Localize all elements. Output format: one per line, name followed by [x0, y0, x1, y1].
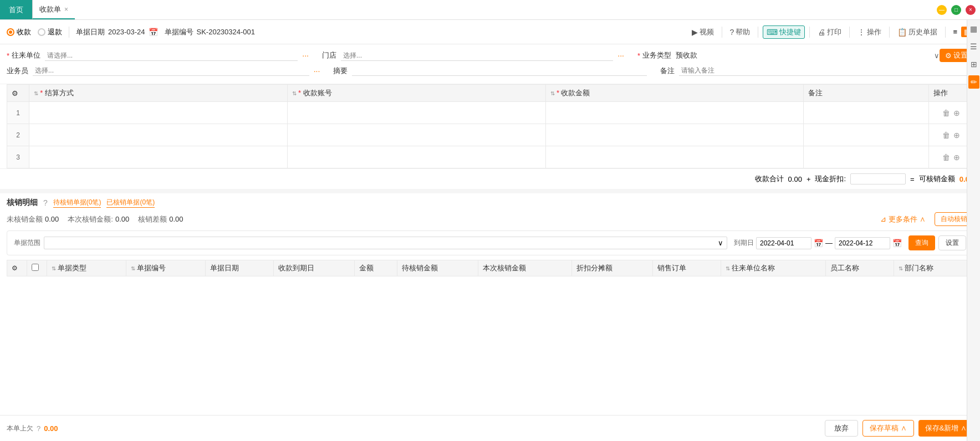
date-calendar-icon[interactable]: 📅: [149, 28, 158, 37]
filter-range-arrow: ∨: [718, 239, 723, 247]
col-amount-label: 收款金额: [561, 89, 590, 97]
party-more-icon[interactable]: ···: [302, 51, 309, 60]
filter-row: 单据范围 ∨ 到期日 📅 — 📅 查询 设置: [7, 230, 973, 255]
row-3-account[interactable]: [287, 146, 545, 168]
row-1-remark[interactable]: [804, 102, 929, 124]
row-2-remark[interactable]: [804, 124, 929, 146]
stat-uncancelled: 未核销金额 0.00: [7, 214, 59, 224]
row-2-account[interactable]: [287, 124, 545, 146]
summary-input[interactable]: [352, 65, 646, 76]
row-3-copy-icon[interactable]: ⊕: [953, 153, 960, 162]
col-settings[interactable]: ⚙: [7, 85, 29, 102]
radio-label-shoukuan: 收款: [17, 27, 31, 37]
video-button[interactable]: ▶ 视频: [688, 26, 717, 38]
radio-tuikuan[interactable]: 退款: [38, 27, 62, 37]
set-button[interactable]: 设置: [938, 235, 966, 250]
shortcut-button[interactable]: ⌨ 快捷键: [763, 25, 805, 39]
nav-home[interactable]: 首页: [0, 0, 32, 19]
col-doc-type: ⇅ 单据类型: [47, 260, 126, 276]
tab-pending[interactable]: 待核销单据(0笔): [53, 198, 101, 208]
filter-range-field: 单据范围 ∨: [14, 237, 727, 249]
total-label: 收款合计: [755, 174, 784, 184]
biz-type-arrow[interactable]: ∨: [934, 52, 940, 60]
settings-icon: ⚙: [12, 89, 18, 98]
remark-input[interactable]: [679, 65, 973, 76]
actions-label: 操作: [867, 27, 881, 37]
radio-shoukuan[interactable]: 收款: [7, 27, 31, 37]
row-1-settle[interactable]: [29, 102, 288, 124]
col-current: 本次核销金额: [478, 260, 571, 276]
number-label: 单据编号: [165, 27, 193, 37]
filter-date-to[interactable]: [835, 237, 890, 249]
col-action-label: 操作: [933, 89, 948, 97]
party-input[interactable]: [45, 50, 298, 61]
row-1-delete-icon[interactable]: 🗑: [942, 109, 950, 117]
sidebar-list-icon[interactable]: ☰: [968, 40, 979, 53]
toolbar-separator-6: [889, 27, 890, 38]
nav-tab-close[interactable]: ×: [64, 6, 68, 13]
history-button[interactable]: 📋 历史单据: [894, 26, 941, 38]
print-button[interactable]: 🖨 打印: [814, 26, 845, 38]
footer-buttons: 放弃 保存草稿 ∧ 保存&新增 ∧: [825, 420, 973, 437]
date-from-calendar-icon[interactable]: 📅: [814, 239, 823, 248]
row-1-copy-icon[interactable]: ⊕: [953, 109, 960, 117]
row-3-remark[interactable]: [804, 146, 929, 168]
shop-field: 门店 ···: [322, 50, 624, 61]
abandon-button[interactable]: 放弃: [825, 420, 858, 437]
discount-input[interactable]: [850, 173, 906, 184]
col-remark-label: 备注: [808, 89, 823, 97]
win-close-button[interactable]: ×: [966, 5, 976, 15]
win-max-button[interactable]: □: [951, 5, 961, 15]
select-all-checkbox[interactable]: [32, 264, 39, 271]
save-new-button[interactable]: 保存&新增 ∧: [918, 420, 973, 437]
row-1-account[interactable]: [287, 102, 545, 124]
row-2-settle[interactable]: [29, 124, 288, 146]
col-dept: ⇅ 部门名称: [894, 260, 973, 276]
party-required-star: *: [7, 52, 9, 60]
tab-done[interactable]: 已核销单据(0笔): [106, 198, 155, 208]
shop-input[interactable]: [341, 50, 613, 61]
toolbar-separator-2: [722, 27, 722, 38]
sidebar-edit-icon[interactable]: ✏: [968, 75, 979, 89]
row-2-delete-icon[interactable]: 🗑: [942, 131, 950, 140]
col-checkbox[interactable]: [27, 260, 47, 276]
query-button[interactable]: 查询: [908, 235, 935, 250]
help-button[interactable]: ? 帮助: [727, 26, 754, 38]
col-due-date: 收款到期日: [273, 260, 354, 276]
row-2-amount[interactable]: [545, 124, 804, 146]
video-icon: ▶: [692, 28, 698, 37]
plus-sign: +: [807, 175, 811, 183]
win-min-button[interactable]: —: [937, 5, 947, 15]
toolbar-separator-5: [849, 27, 850, 38]
sidebar-attach-icon[interactable]: ⊞: [968, 58, 979, 71]
toolbar-separator-4: [809, 27, 810, 38]
col-amount: ⇅ * 收款金额: [545, 85, 804, 102]
row-2-copy-icon[interactable]: ⊕: [953, 131, 960, 140]
writeoff-title: 核销明细: [7, 198, 38, 208]
actions-button[interactable]: ⋮ 操作: [854, 26, 885, 38]
more-conditions-button[interactable]: ⊿ 更多条件 ∧: [880, 214, 926, 224]
sidebar-table-icon[interactable]: ▦: [968, 22, 979, 35]
row-1-amount[interactable]: [545, 102, 804, 124]
save-draft-button[interactable]: 保存草稿 ∧: [862, 420, 914, 437]
footer-help-icon[interactable]: ?: [37, 424, 40, 433]
row-3-delete-icon[interactable]: 🗑: [942, 153, 950, 162]
row-num-1: 1: [7, 102, 29, 124]
col-amount-bottom: 金额: [355, 260, 397, 276]
nav-tab-shoukuan[interactable]: 收款单 ×: [32, 0, 75, 19]
col-settings-bottom[interactable]: ⚙: [7, 260, 27, 276]
right-sidebar: ▦ ☰ ⊞ ✏: [967, 20, 980, 441]
row-3-settle[interactable]: [29, 146, 288, 168]
staff-more-icon[interactable]: ···: [314, 66, 320, 75]
date-to-calendar-icon[interactable]: 📅: [892, 239, 902, 248]
staff-input[interactable]: [33, 65, 309, 76]
filter-date-from[interactable]: [756, 237, 811, 249]
filter-range-select[interactable]: ∨: [44, 237, 727, 249]
writeoff-help-icon[interactable]: ?: [43, 198, 48, 207]
row-3-amount[interactable]: [545, 146, 804, 168]
view-list-button[interactable]: ≡: [950, 27, 960, 37]
shop-more-icon[interactable]: ···: [617, 51, 624, 60]
col-sales-order: 销售订单: [652, 260, 721, 276]
help-label: 帮助: [736, 27, 750, 37]
more-conditions-label: 更多条件 ∧: [889, 214, 926, 224]
